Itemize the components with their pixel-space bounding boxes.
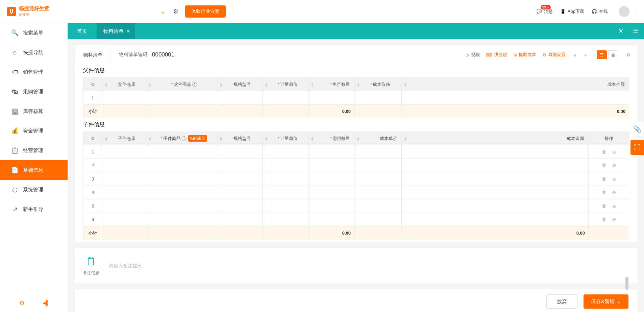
th-child-spec[interactable]: 规格型号 — [217, 132, 263, 145]
promo-button[interactable]: 体验行业方案 — [185, 5, 226, 18]
cell-warehouse[interactable] — [102, 159, 146, 172]
cell-warehouse[interactable] — [102, 91, 146, 105]
th-parent-goods[interactable]: *父件商品! — [146, 78, 217, 91]
cell-goods[interactable] — [146, 186, 217, 199]
cell-unit-cost[interactable] — [354, 199, 402, 213]
add-row-icon[interactable]: ⊕ — [612, 149, 616, 154]
sidebar-settings-icon[interactable]: ⚙ — [19, 299, 25, 307]
cell-spec[interactable] — [217, 145, 263, 159]
tabs-close-all-icon[interactable]: ✕ — [615, 23, 626, 39]
cell-unit[interactable] — [263, 186, 308, 199]
add-row-icon[interactable]: ⊕ — [612, 176, 616, 182]
messages-link[interactable]: 💬 消息 99 + — [537, 8, 553, 15]
table-row[interactable]: 2🗑⊕ — [83, 159, 629, 172]
th-child-goods[interactable]: *子件商品!扫码录入 — [146, 132, 217, 145]
table-row[interactable]: 1 — [83, 91, 629, 105]
th-gear[interactable]: ⚙ — [83, 132, 102, 145]
cell-spec[interactable] — [217, 199, 263, 213]
sidebar-item-guide[interactable]: ↗新手引导 — [0, 199, 68, 219]
online-support-link[interactable]: 🎧 在线 — [592, 8, 608, 15]
sidebar-collapse-icon[interactable]: ◂ǁ — [43, 299, 49, 307]
cell-spec[interactable] — [217, 186, 263, 199]
doc-settings-action[interactable]: ⚙单据设置 — [542, 52, 566, 58]
cell-goods[interactable] — [146, 91, 217, 105]
cell-cost-amount[interactable] — [402, 213, 589, 226]
cell-warehouse[interactable] — [102, 145, 146, 159]
cell-unit-cost[interactable] — [354, 145, 402, 159]
th-gear[interactable]: ⚙ — [83, 78, 102, 91]
cell-qty[interactable] — [308, 172, 354, 186]
delete-row-icon[interactable]: 🗑 — [602, 149, 606, 154]
extract-cost-action[interactable]: ⇲提取成本 — [513, 52, 536, 58]
cell-spec[interactable] — [217, 159, 263, 172]
th-parent-spec[interactable]: 规格型号 — [217, 78, 263, 91]
th-child-cost-amount[interactable]: 成本金额 — [402, 132, 589, 145]
cell-unit[interactable] — [263, 91, 308, 105]
cell-spec[interactable] — [217, 172, 263, 186]
next-doc-icon[interactable]: ▸ — [583, 52, 589, 58]
th-parent-warehouse[interactable]: 父件仓库 — [102, 78, 146, 91]
cell-cost-amount[interactable] — [402, 172, 589, 186]
th-parent-cost-method[interactable]: *成本取值 — [354, 78, 402, 91]
cell-spec[interactable] — [217, 213, 263, 226]
cell-cost-amount[interactable] — [402, 91, 629, 105]
video-action[interactable]: ▷视频 — [466, 52, 480, 58]
table-row[interactable]: 3🗑⊕ — [83, 172, 629, 186]
attachment-button[interactable]: 📎 — [630, 122, 644, 137]
cell-unit[interactable] — [263, 199, 308, 213]
cell-unit-cost[interactable] — [354, 213, 402, 226]
cell-qty[interactable] — [308, 213, 354, 226]
add-row-icon[interactable]: ⊕ — [612, 217, 616, 222]
add-row-icon[interactable]: ⊕ — [612, 203, 616, 209]
cell-qty[interactable] — [308, 91, 354, 105]
add-row-icon[interactable]: ⊕ — [612, 190, 616, 195]
user-avatar[interactable] — [619, 6, 629, 17]
settings-gear-icon[interactable]: ⚙ — [173, 8, 178, 15]
table-row[interactable]: 5🗑⊕ — [83, 199, 629, 213]
cell-qty[interactable] — [308, 186, 354, 199]
th-child-warehouse[interactable]: 子件仓库 — [102, 132, 146, 145]
cell-goods[interactable] — [146, 145, 217, 159]
shortcut-action[interactable]: ⌨快捷键 — [486, 52, 507, 58]
cell-warehouse[interactable] — [102, 172, 146, 186]
cell-cost-amount[interactable] — [402, 199, 589, 213]
account-selector[interactable]: ⌄ — [81, 5, 169, 18]
sidebar-item-finance[interactable]: 💰资金管理 — [0, 121, 68, 141]
table-row[interactable]: 6🗑⊕ — [83, 213, 629, 226]
add-row-icon[interactable]: ⊕ — [612, 163, 616, 168]
th-parent-cost-amount[interactable]: 成本金额 — [402, 78, 629, 91]
cell-cost-amount[interactable] — [402, 186, 589, 199]
cell-cost-amount[interactable] — [402, 159, 589, 172]
cell-unit[interactable] — [263, 145, 308, 159]
delete-row-icon[interactable]: 🗑 — [602, 217, 606, 222]
th-child-unit[interactable]: *计量单位 — [263, 132, 308, 145]
app-download-link[interactable]: 📱 App下载 — [560, 8, 584, 15]
delete-row-icon[interactable]: 🗑 — [602, 203, 606, 209]
cell-cost-method[interactable] — [354, 91, 402, 105]
delete-row-icon[interactable]: 🗑 — [602, 190, 606, 195]
notes-input[interactable] — [107, 260, 629, 272]
th-child-unit-cost[interactable]: 成本单价 — [354, 132, 402, 145]
cell-warehouse[interactable] — [102, 213, 146, 226]
doc-tab[interactable]: 物料清单 — [75, 47, 111, 63]
cell-goods[interactable] — [146, 199, 217, 213]
cell-goods[interactable] — [146, 159, 217, 172]
delete-row-icon[interactable]: 🗑 — [602, 163, 606, 168]
delete-row-icon[interactable]: 🗑 — [602, 176, 606, 182]
list-view-btn[interactable]: ☰ — [597, 50, 607, 59]
cell-warehouse[interactable] — [102, 199, 146, 213]
table-row[interactable]: 4🗑⊕ — [83, 186, 629, 199]
prev-doc-icon[interactable]: ◂ — [572, 52, 577, 58]
discard-button[interactable]: 放弃 — [546, 294, 577, 309]
tabs-menu-icon[interactable]: ☰ — [630, 23, 641, 39]
sidebar-item-quicknav[interactable]: ⌂快捷导航 — [0, 43, 68, 62]
cell-unit-cost[interactable] — [354, 159, 402, 172]
th-parent-unit[interactable]: *计量单位 — [263, 78, 308, 91]
cell-goods[interactable] — [146, 213, 217, 226]
sidebar-item-inventory[interactable]: 🏢库存核算 — [0, 101, 68, 121]
cell-unit-cost[interactable] — [354, 172, 402, 186]
scrollbar-thumb[interactable] — [625, 277, 628, 290]
save-new-button[interactable]: 保存&新增 ⌄ — [584, 294, 628, 309]
cell-unit[interactable] — [263, 159, 308, 172]
table-row[interactable]: 1🗑⊕ — [83, 145, 629, 159]
